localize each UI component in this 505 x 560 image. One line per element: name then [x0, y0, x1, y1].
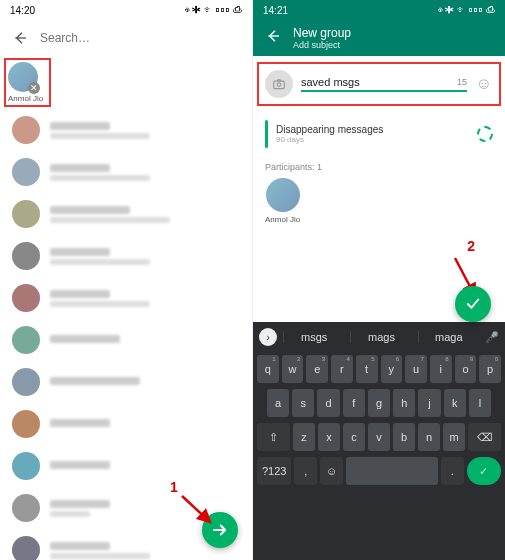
emoji-icon[interactable]: ☺ [475, 75, 493, 93]
key-b[interactable]: b [393, 423, 415, 451]
status-time: 14:21 [263, 5, 288, 16]
key-o[interactable]: o9 [455, 355, 477, 383]
key-backspace[interactable]: ⌫ [468, 423, 501, 451]
key-f[interactable]: f [343, 389, 365, 417]
key-r[interactable]: r4 [331, 355, 353, 383]
selected-contact-chip[interactable]: ✕ Anmol Jio [4, 58, 51, 107]
list-item[interactable] [0, 361, 252, 403]
list-item[interactable] [0, 109, 252, 151]
key-enter[interactable]: ✓ [467, 457, 501, 485]
key-i[interactable]: i8 [430, 355, 452, 383]
search-bar [0, 20, 252, 56]
list-item[interactable] [0, 235, 252, 277]
participant-chip[interactable]: Anmol Jio [265, 178, 300, 224]
key-t[interactable]: t5 [356, 355, 378, 383]
participants-section: Participants: 1 Anmol Jio [253, 156, 505, 232]
svg-point-1 [277, 83, 281, 87]
annotation-number: 2 [467, 238, 475, 254]
key-s[interactable]: s [292, 389, 314, 417]
subject-value: saved msgs [301, 76, 457, 88]
status-bar: 14:20 ◉ ✱ ᯤ ▯▯▯ ⎙ [0, 0, 252, 20]
key-symbols[interactable]: ?123 [257, 457, 291, 485]
key-comma[interactable]: , [294, 457, 317, 485]
mic-icon[interactable]: 🎤 [485, 331, 499, 344]
remove-icon[interactable]: ✕ [28, 82, 40, 94]
key-z[interactable]: z [293, 423, 315, 451]
suggestion[interactable]: mags [350, 331, 411, 343]
status-bar: 14:21 ◉ ✱ ᯤ ▯▯▯ ⎙ [253, 0, 505, 20]
key-j[interactable]: j [418, 389, 440, 417]
key-n[interactable]: n [418, 423, 440, 451]
accent-bar [265, 120, 268, 148]
key-w[interactable]: w2 [282, 355, 304, 383]
group-photo-button[interactable] [265, 70, 293, 98]
key-u[interactable]: u7 [405, 355, 427, 383]
key-g[interactable]: g [368, 389, 390, 417]
key-d[interactable]: d [317, 389, 339, 417]
key-p[interactable]: p0 [479, 355, 501, 383]
participants-label: Participants: 1 [265, 162, 493, 172]
status-icons: ◉ ✱ ᯤ ▯▯▯ ⎙ [438, 5, 495, 15]
key-q[interactable]: q1 [257, 355, 279, 383]
key-v[interactable]: v [368, 423, 390, 451]
confirm-fab[interactable] [455, 286, 491, 322]
list-item[interactable] [0, 319, 252, 361]
list-item[interactable] [0, 403, 252, 445]
list-item[interactable] [0, 151, 252, 193]
key-emoji[interactable]: ☺ [320, 457, 343, 485]
annotation-arrow [178, 492, 218, 532]
status-time: 14:20 [10, 5, 35, 16]
svg-rect-0 [274, 81, 285, 89]
key-period[interactable]: . [441, 457, 464, 485]
subject-input[interactable]: saved msgs 15 [301, 76, 467, 92]
key-space[interactable] [346, 457, 438, 485]
key-k[interactable]: k [444, 389, 466, 417]
contact-select-screen: 14:20 ◉ ✱ ᯤ ▯▯▯ ⎙ ✕ Anmol Jio 1 [0, 0, 253, 560]
new-group-screen: 14:21 ◉ ✱ ᯤ ▯▯▯ ⎙ New group Add subject … [253, 0, 505, 560]
key-l[interactable]: l [469, 389, 491, 417]
avatar [266, 178, 300, 212]
list-item[interactable] [0, 277, 252, 319]
subject-row: saved msgs 15 ☺ [257, 62, 501, 106]
disappearing-label: Disappearing messages [276, 124, 469, 135]
key-x[interactable]: x [318, 423, 340, 451]
back-icon[interactable] [265, 28, 281, 48]
key-e[interactable]: e3 [306, 355, 328, 383]
app-header: 14:21 ◉ ✱ ᯤ ▯▯▯ ⎙ New group Add subject [253, 0, 505, 56]
status-icons: ◉ ✱ ᯤ ▯▯▯ ⎙ [185, 5, 242, 15]
suggestion[interactable]: msgs [283, 331, 344, 343]
key-shift[interactable]: ⇧ [257, 423, 290, 451]
selected-contact-name: Anmol Jio [8, 94, 43, 103]
subject-counter: 15 [457, 77, 467, 87]
page-subtitle: Add subject [293, 40, 351, 50]
list-item[interactable] [0, 193, 252, 235]
expand-icon[interactable]: › [259, 328, 277, 346]
search-input[interactable] [40, 31, 240, 45]
disappearing-duration: 90 days [276, 135, 469, 144]
key-m[interactable]: m [443, 423, 465, 451]
key-h[interactable]: h [393, 389, 415, 417]
participant-name: Anmol Jio [265, 215, 300, 224]
list-item[interactable] [0, 445, 252, 487]
keyboard: › msgs mags maga 🎤 q1 w2 e3 r4 t5 y6 u7 … [253, 322, 505, 560]
disappearing-messages-row[interactable]: Disappearing messages 90 days [253, 112, 505, 156]
back-icon[interactable] [12, 30, 28, 46]
annotation-number: 1 [170, 479, 178, 495]
suggestion-bar: › msgs mags maga 🎤 [253, 322, 505, 352]
key-y[interactable]: y6 [381, 355, 403, 383]
timer-icon [477, 126, 493, 142]
suggestion[interactable]: maga [418, 331, 479, 343]
key-c[interactable]: c [343, 423, 365, 451]
key-a[interactable]: a [267, 389, 289, 417]
page-title: New group [293, 26, 351, 40]
